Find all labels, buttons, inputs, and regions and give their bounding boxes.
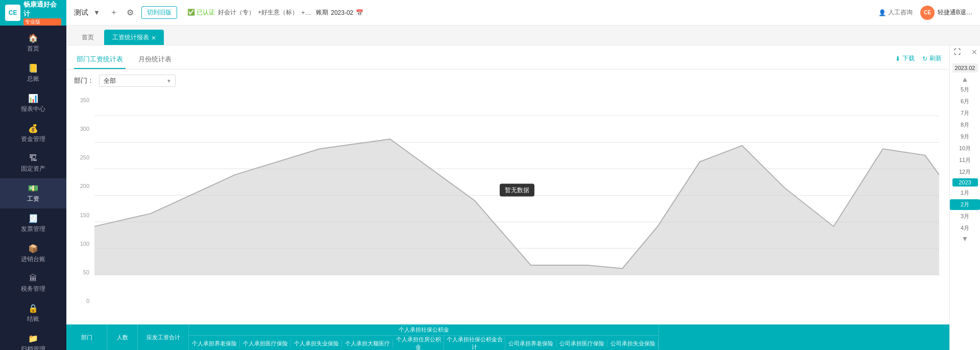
salary-tab-label: 工资统计报表 bbox=[112, 33, 149, 42]
th-group-personal: 个人承担社保公积金 个人承担养老保险 个人承担医疗保险 个人承担失业保险 个人承… bbox=[189, 324, 659, 350]
panel-month-9[interactable]: 9月 bbox=[950, 131, 980, 142]
panel-month-2[interactable]: 2月 bbox=[950, 199, 980, 210]
sidebar-item-close-account[interactable]: 🔒 结账 bbox=[0, 298, 66, 329]
user-name: 轻捷通B退… bbox=[938, 8, 972, 17]
download-label: 下载 bbox=[902, 54, 915, 63]
sub-tab-monthly[interactable]: 月份统计表 bbox=[136, 51, 174, 69]
sidebar-item-assets[interactable]: 🏗 固定资产 bbox=[0, 149, 66, 178]
certified-tag: ✅ 已认证 bbox=[187, 8, 215, 17]
add-button[interactable]: ＋ bbox=[108, 7, 120, 19]
chart-area bbox=[94, 139, 939, 275]
y-label-0: 0 bbox=[74, 298, 92, 304]
sidebar-item-general-ledger[interactable]: 📒 总账 bbox=[0, 58, 66, 88]
panel-month-6[interactable]: 6月 bbox=[950, 96, 980, 107]
panel-month-1[interactable]: 1月 bbox=[950, 188, 980, 198]
panel-month-7[interactable]: 7月 bbox=[950, 108, 980, 119]
sidebar-item-invoice[interactable]: 🧾 发票管理 bbox=[0, 208, 66, 239]
th-major-medical: 个人承担大额医疗 bbox=[342, 340, 393, 347]
header-right: 👤 人工咨询 CE 轻捷通B退… bbox=[878, 6, 972, 20]
period-value: 2023-02 bbox=[331, 9, 353, 16]
period-label: 账期 bbox=[316, 8, 328, 17]
settings-button[interactable]: ⚙ bbox=[124, 7, 136, 19]
sidebar-item-label: 资金管理 bbox=[21, 135, 45, 144]
refresh-icon: ↻ bbox=[922, 55, 927, 62]
tab-close-icon[interactable]: × bbox=[152, 34, 156, 41]
close-account-icon: 🔒 bbox=[28, 304, 38, 313]
service-label: 人工咨询 bbox=[888, 8, 913, 17]
panel-year-badge: 2023 bbox=[952, 178, 978, 186]
th-company-medical: 公司承担医疗保险 bbox=[556, 340, 607, 347]
chart-container: 0 50 100 150 200 250 300 350 bbox=[74, 97, 942, 319]
y-label-100: 100 bbox=[74, 241, 92, 247]
th-group-personal-label: 个人承担社保公积金 bbox=[189, 324, 658, 336]
table-header-row: 部门 人数 应发工资合计 个人承担社保公积金 个人承担养老保险 个人承担医疗保险 bbox=[66, 324, 949, 350]
sub-tabs: 部门工资统计表 月份统计表 ⬇ 下载 ↻ 刷新 bbox=[66, 45, 949, 69]
th-pension: 个人承担养老保险 bbox=[189, 340, 240, 347]
calendar-icon[interactable]: 📅 bbox=[356, 9, 363, 16]
sidebar-item-reports[interactable]: 📊 报表中心 bbox=[0, 88, 66, 119]
sidebar-item-archive[interactable]: 📁 归档管理 bbox=[0, 329, 66, 350]
dept-select-wrapper: 全部 销售部 财务部 技术部 ▼ bbox=[99, 75, 176, 87]
app-name: 畅康通好会计 bbox=[23, 0, 61, 18]
refresh-button[interactable]: ↻ 刷新 bbox=[922, 54, 942, 63]
th-total-fund: 个人承担社保公积金合计 bbox=[444, 336, 505, 350]
panel-months-prev: 5月 6月 7月 8月 9月 10月 11月 12月 2023 1月 2月 3月… bbox=[950, 84, 980, 234]
panel-month-8[interactable]: 8月 bbox=[950, 120, 980, 130]
download-icon: ⬇ bbox=[895, 55, 900, 62]
th-unemployment: 个人承担失业保险 bbox=[291, 340, 342, 347]
switch-button[interactable]: 切到旧版 bbox=[141, 6, 177, 19]
dept-select[interactable]: 全部 销售部 财务部 技术部 bbox=[99, 75, 176, 87]
th-group-personal-cells: 个人承担养老保险 个人承担医疗保险 个人承担失业保险 个人承担大额医疗 个人承担… bbox=[189, 336, 658, 350]
chart-svg-area: 暂无数据 bbox=[94, 97, 939, 304]
right-panel: ✕ ⛶ 2023.02 ▲ 5月 6月 7月 8月 9月 10月 11月 12月… bbox=[949, 45, 980, 350]
th-dept: 部门 bbox=[66, 324, 107, 350]
download-button[interactable]: ⬇ 下载 bbox=[895, 54, 915, 63]
user-area: CE 轻捷通B退… bbox=[920, 6, 972, 20]
sub-tab-dept-label: 部门工资统计表 bbox=[77, 55, 123, 63]
tab-salary-report[interactable]: 工资统计报表 × bbox=[104, 30, 164, 45]
sidebar-item-label: 税务管理 bbox=[21, 285, 45, 293]
assets-icon: 🏗 bbox=[29, 154, 37, 163]
panel-up-button[interactable]: ▲ bbox=[962, 75, 969, 83]
sub-tab-dept[interactable]: 部门工资统计表 bbox=[74, 51, 126, 69]
sidebar-item-label: 总账 bbox=[27, 75, 39, 83]
panel-close-button[interactable]: ✕ bbox=[971, 48, 977, 56]
dropdown-arrow[interactable]: ▼ bbox=[93, 9, 100, 16]
home-tab-label: 首页 bbox=[82, 33, 94, 42]
panel-month-11[interactable]: 11月 bbox=[950, 155, 980, 166]
tag-good-business: +好生意（标） bbox=[258, 8, 298, 17]
sidebar-item-salary[interactable]: 💵 工资 bbox=[0, 178, 66, 208]
y-label-350: 350 bbox=[74, 97, 92, 103]
panel-month-10[interactable]: 10月 bbox=[950, 143, 980, 154]
th-medical: 个人承担医疗保险 bbox=[240, 340, 291, 347]
sidebar-item-label: 结账 bbox=[27, 315, 39, 323]
y-label-50: 50 bbox=[74, 269, 92, 275]
sidebar-item-home[interactable]: 🏠 首页 bbox=[0, 28, 66, 58]
funds-icon: 💰 bbox=[28, 124, 38, 133]
sidebar-item-label: 进销台账 bbox=[21, 255, 45, 264]
th-count: 人数 bbox=[107, 324, 138, 350]
chart-wrapper: 0 50 100 150 200 250 300 350 bbox=[66, 92, 949, 324]
main-content: 部门工资统计表 月份统计表 ⬇ 下载 ↻ 刷新 bbox=[66, 45, 949, 350]
panel-month-4[interactable]: 4月 bbox=[950, 223, 980, 234]
panel-month-3[interactable]: 3月 bbox=[950, 211, 980, 222]
sidebar-item-funds[interactable]: 💰 资金管理 bbox=[0, 119, 66, 149]
panel-month-5[interactable]: 5月 bbox=[950, 84, 980, 95]
sidebar-item-label: 固定资产 bbox=[21, 165, 45, 173]
invoice-icon: 🧾 bbox=[28, 214, 38, 223]
panel-down-button[interactable]: ▼ bbox=[962, 235, 969, 243]
tab-home[interactable]: 首页 bbox=[74, 30, 102, 45]
home-icon: 🏠 bbox=[28, 33, 38, 43]
sidebar-item-tax[interactable]: 🏛 税务管理 bbox=[0, 269, 66, 298]
sidebar-item-label: 首页 bbox=[27, 44, 39, 53]
header-period: 账期 2023-02 📅 bbox=[316, 8, 363, 17]
service-button[interactable]: 👤 人工咨询 bbox=[878, 8, 913, 17]
avatar: CE bbox=[920, 6, 935, 20]
sidebar-item-purchase-sale[interactable]: 📦 进销台账 bbox=[0, 239, 66, 269]
sub-tab-monthly-label: 月份统计表 bbox=[138, 55, 172, 63]
y-label-250: 250 bbox=[74, 154, 92, 160]
salary-icon: 💵 bbox=[28, 183, 38, 193]
panel-month-12[interactable]: 12月 bbox=[950, 167, 980, 177]
panel-expand-button[interactable]: ⛶ bbox=[954, 48, 961, 56]
top-header: 测试 ▼ ＋ ⚙ 切到旧版 ✅ 已认证 好会计（专） +好生意（标） +… 账期… bbox=[66, 0, 980, 26]
